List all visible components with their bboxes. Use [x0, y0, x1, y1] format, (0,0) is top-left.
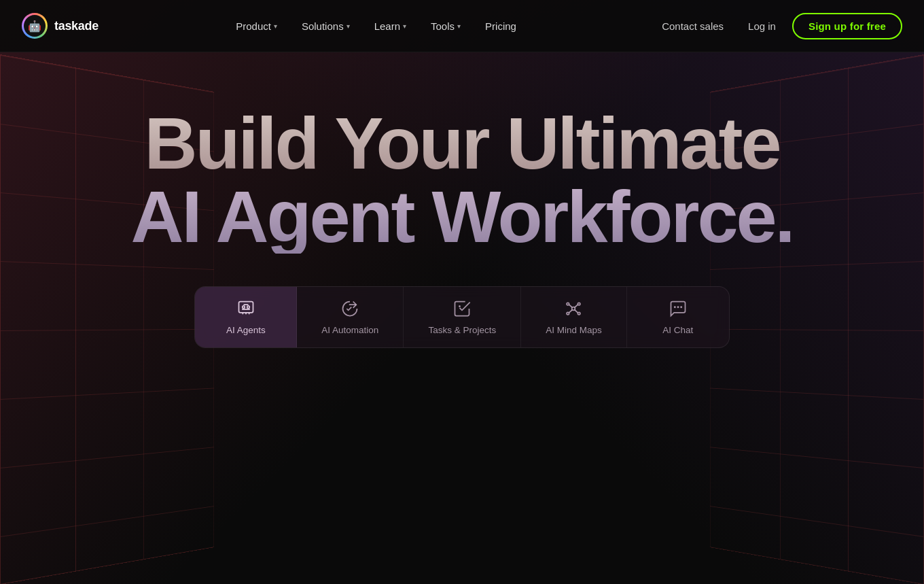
contact-sales-button[interactable]: Contact sales: [654, 15, 732, 37]
ai-mind-maps-icon: [564, 299, 583, 318]
svg-point-7: [567, 312, 570, 315]
nav-product[interactable]: Product ▾: [225, 15, 288, 37]
svg-point-8: [578, 312, 581, 315]
nav-learn[interactable]: Learn ▾: [363, 15, 417, 37]
svg-point-5: [567, 303, 570, 305]
feature-tabs: AI Agents AI Automation: [194, 286, 729, 348]
ai-automation-icon: [340, 299, 359, 318]
nav-pricing[interactable]: Pricing: [474, 15, 527, 37]
ai-agents-icon: [236, 299, 255, 318]
svg-point-3: [459, 306, 460, 307]
nav-center: Product ▾ Solutions ▾ Learn ▾ Tools ▾ Pr…: [225, 15, 527, 37]
tab-ai-mind-maps[interactable]: AI Mind Maps: [521, 287, 627, 347]
svg-rect-0: [238, 302, 253, 313]
nav-right: Contact sales Log in Sign up for free: [654, 13, 902, 39]
tab-ai-chat[interactable]: AI Chat: [627, 287, 729, 347]
learn-chevron-icon: ▾: [403, 22, 406, 30]
hero-title: Build Your Ultimate AI Agent Workforce.: [130, 107, 793, 254]
tab-ai-agents[interactable]: AI Agents: [195, 287, 297, 347]
logo-face: 🤖: [28, 20, 41, 33]
signup-button[interactable]: Sign up for free: [792, 13, 902, 39]
tab-tasks-projects-label: Tasks & Projects: [428, 325, 496, 335]
tab-tasks-projects[interactable]: Tasks & Projects: [404, 287, 521, 347]
solutions-chevron-icon: ▾: [346, 22, 350, 30]
logo-text: taskade: [54, 19, 99, 33]
hero-section: Build Your Ultimate AI Agent Workforce. …: [0, 52, 924, 584]
hero-title-line1: Build Your Ultimate: [130, 107, 793, 180]
svg-point-1: [243, 306, 245, 309]
logo-link[interactable]: 🤖 taskade: [22, 13, 99, 39]
navbar: 🤖 taskade Product ▾ Solutions ▾ Learn ▾ …: [0, 0, 924, 52]
login-button[interactable]: Log in: [740, 15, 784, 37]
logo-icon: 🤖: [22, 13, 48, 39]
product-chevron-icon: ▾: [274, 22, 277, 30]
svg-point-2: [247, 306, 250, 309]
hero-title-line2: AI Agent Workforce.: [130, 180, 793, 254]
nav-solutions[interactable]: Solutions ▾: [291, 15, 361, 37]
svg-point-4: [572, 307, 575, 311]
nav-left: 🤖 taskade: [22, 13, 99, 39]
tools-chevron-icon: ▾: [457, 22, 461, 30]
tasks-projects-icon: [452, 299, 472, 318]
tab-ai-chat-label: AI Chat: [662, 325, 693, 335]
tab-ai-mind-maps-label: AI Mind Maps: [546, 325, 602, 335]
tab-ai-automation[interactable]: AI Automation: [297, 287, 404, 347]
svg-point-6: [578, 303, 581, 305]
nav-tools[interactable]: Tools ▾: [420, 15, 472, 37]
tab-ai-automation-label: AI Automation: [321, 325, 378, 335]
ai-chat-icon: [669, 299, 688, 318]
tab-ai-agents-label: AI Agents: [226, 325, 266, 335]
